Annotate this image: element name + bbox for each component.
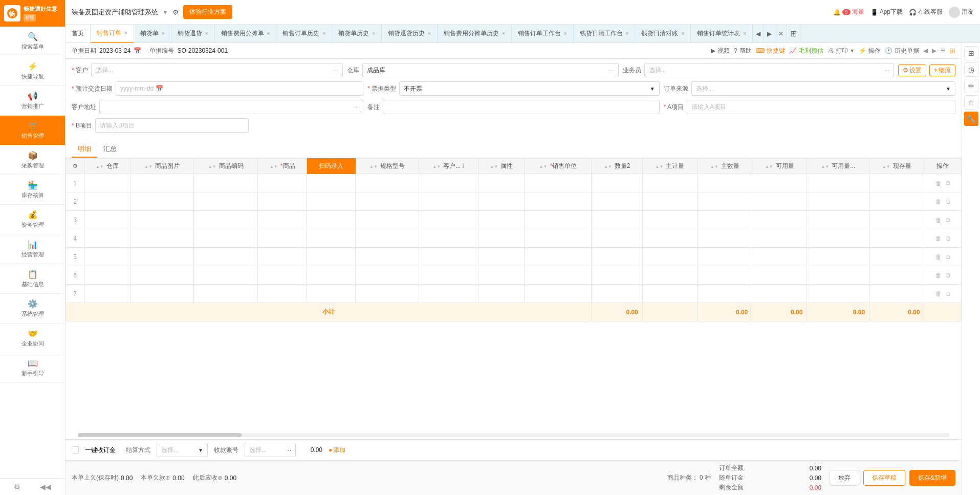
list-view-btn[interactable]: ≡ [941, 46, 945, 55]
th-barcode[interactable]: 扫码录入 [307, 159, 355, 174]
attribute-cell[interactable] [478, 174, 525, 192]
customer-code-cell[interactable] [419, 174, 478, 192]
tab-stats[interactable]: 销售订单统计表 × [691, 25, 753, 43]
tab-bill-history[interactable]: 销货单历史 × [332, 25, 382, 43]
copy-row-icon[interactable]: ⧉ [946, 180, 950, 187]
tab-summary[interactable]: 汇总 [97, 141, 123, 158]
ops-btn[interactable]: ⚡ 操作 [859, 47, 881, 55]
sidebar-item-inventory[interactable]: 🏪 库存核算 [0, 175, 65, 205]
image-cell[interactable] [130, 174, 194, 192]
date-value[interactable]: 2023-03-24 [99, 47, 130, 54]
delivery-calendar-icon[interactable]: 📅 [156, 85, 163, 92]
tab-close-icon[interactable]: × [564, 31, 567, 36]
th-product[interactable]: ▲▼ *商品 [257, 159, 307, 174]
sidebar-item-system[interactable]: ⚙️ 系统管理 [0, 294, 65, 324]
payment-method-select[interactable]: 选择... ▼ [157, 443, 208, 457]
customer-input[interactable]: 选择... ··· [91, 63, 343, 77]
customer-dots-icon[interactable]: ··· [333, 67, 338, 74]
tab-close-icon[interactable]: × [205, 31, 208, 36]
add-payment-btn[interactable]: ● 添加 [329, 446, 345, 455]
next-record-btn[interactable]: ▶ [932, 47, 937, 54]
th-qty2[interactable]: ▲▼ 数量2 [592, 159, 642, 174]
tab-close-icon[interactable]: × [267, 31, 270, 36]
copy-row-icon[interactable]: ⧉ [946, 272, 950, 279]
qty2-cell[interactable] [592, 174, 642, 192]
account-dots-icon[interactable]: ··· [286, 446, 291, 454]
th-spec[interactable]: ▲▼ 规格型号 [355, 159, 419, 174]
stock-cell[interactable] [869, 174, 924, 192]
th-code[interactable]: ▲▼ 商品编码 [194, 159, 258, 174]
notifications-btn[interactable]: 🔔 9 海量 [833, 8, 864, 16]
tab-order-workbench[interactable]: 销售订单工作台 × [512, 25, 574, 43]
solution-btn[interactable]: 体验行业方案 [183, 5, 232, 19]
delivery-date-input[interactable]: yyyy-mm-dd 📅 [116, 81, 363, 96]
copy-row-icon[interactable]: ⧉ [946, 253, 950, 261]
tab-close-icon[interactable]: × [626, 31, 629, 36]
unit-cell[interactable] [525, 174, 592, 192]
tab-close-all-btn[interactable]: ✕ [775, 25, 787, 43]
available-cell[interactable] [752, 174, 807, 192]
goods-count[interactable]: 商品种类： 0 种 [667, 474, 711, 482]
sidebar-item-guide[interactable]: 📖 新手引导 [0, 353, 65, 383]
right-tool-btn[interactable]: 🔧 [964, 112, 978, 126]
copy-row-icon[interactable]: ⧉ [946, 235, 950, 242]
scrollbar-thumb[interactable] [78, 433, 242, 437]
th-attribute[interactable]: ▲▼ 属性 [478, 159, 525, 174]
tab-expense-split[interactable]: 销售费用分摊单 × [215, 25, 277, 43]
discard-btn[interactable]: 放弃 [830, 470, 859, 486]
product-cell[interactable] [257, 174, 307, 192]
right-history-btn[interactable]: ◷ [964, 62, 978, 77]
th-unit[interactable]: ▲▼ *销售单位 [525, 159, 592, 174]
tab-cash-workbench[interactable]: 钱货日清工作台 × [574, 25, 636, 43]
th-stock[interactable]: ▲▼ 现存量 [869, 159, 924, 174]
th-main-qty[interactable]: ▲▼ 主数量 [698, 159, 752, 174]
order-source-select[interactable]: 选择... ▼ [691, 81, 955, 96]
tab-order-history[interactable]: 销售订单历史 × [276, 25, 332, 43]
tab-close-icon[interactable]: × [743, 31, 746, 36]
history-btn[interactable]: 🕐 历史单据 [885, 47, 919, 55]
account-select[interactable]: 选择... ··· [245, 443, 296, 457]
th-customer-code[interactable]: ▲▼ 客户... ℹ [419, 159, 478, 174]
delete-row-icon[interactable]: 🗑 [935, 253, 942, 261]
sidebar-item-quick-nav[interactable]: ⚡ 快捷导航 [0, 56, 65, 86]
warehouse-dots-icon[interactable]: ··· [609, 67, 614, 74]
settings-btn[interactable]: ⚙ [14, 483, 20, 491]
delete-row-icon[interactable]: 🗑 [935, 217, 942, 224]
tab-return[interactable]: 销货退货 × [171, 25, 215, 43]
app-download-btn[interactable]: 📱 App下载 [870, 8, 903, 16]
notes-input[interactable] [383, 100, 659, 114]
sidebar-item-business[interactable]: 📊 经营管理 [0, 234, 65, 264]
copy-row-icon[interactable]: ⧉ [946, 290, 950, 297]
dropdown-arrow-icon[interactable]: ▼ [162, 9, 168, 16]
tab-close-icon[interactable]: × [428, 31, 431, 36]
tab-close-icon[interactable]: × [124, 30, 127, 36]
prev-record-btn[interactable]: ◀ [923, 47, 928, 54]
delete-row-icon[interactable]: 🗑 [935, 290, 942, 297]
barcode-cell[interactable] [307, 174, 355, 192]
tab-next-btn[interactable]: ▶ [764, 25, 775, 43]
tab-close-icon[interactable]: × [372, 31, 375, 36]
print-btn[interactable]: 🖨 打印 ▼ [827, 47, 855, 55]
sidebar-item-sales[interactable]: 🛒 销售管理 [0, 116, 65, 145]
delete-row-icon[interactable]: 🗑 [935, 180, 942, 187]
tab-sales-order[interactable]: 销售订单 × [91, 25, 134, 43]
salesperson-dots-icon[interactable]: ··· [884, 67, 889, 74]
address-dots-icon[interactable]: ··· [354, 103, 359, 111]
sidebar-item-base-info[interactable]: 📋 基础信息 [0, 264, 65, 294]
save-btn[interactable]: 保存&新增 [909, 470, 955, 486]
horizontal-scrollbar[interactable] [78, 433, 949, 437]
help-btn[interactable]: ? 帮助 [734, 47, 752, 55]
tab-prev-btn[interactable]: ◀ [753, 25, 764, 43]
th-image[interactable]: ▲▼ 商品图片 [130, 159, 194, 174]
delete-row-icon[interactable]: 🗑 [935, 235, 942, 242]
project-b-input[interactable]: 请输入B项目 [95, 118, 249, 133]
tab-close-icon[interactable]: × [322, 31, 325, 36]
add-item-btn[interactable]: + 物流 [929, 64, 955, 76]
delete-row-icon[interactable]: 🗑 [935, 272, 942, 279]
tab-close-icon[interactable]: × [162, 31, 165, 36]
th-available[interactable]: ▲▼ 可用量 [752, 159, 807, 174]
th-settings[interactable]: ⚙ [66, 159, 84, 174]
sidebar-item-marketing[interactable]: 📢 营销推广 [0, 86, 65, 116]
draft-btn[interactable]: 保存草稿 [863, 470, 905, 486]
th-main-unit[interactable]: ▲▼ 主计量 [642, 159, 697, 174]
